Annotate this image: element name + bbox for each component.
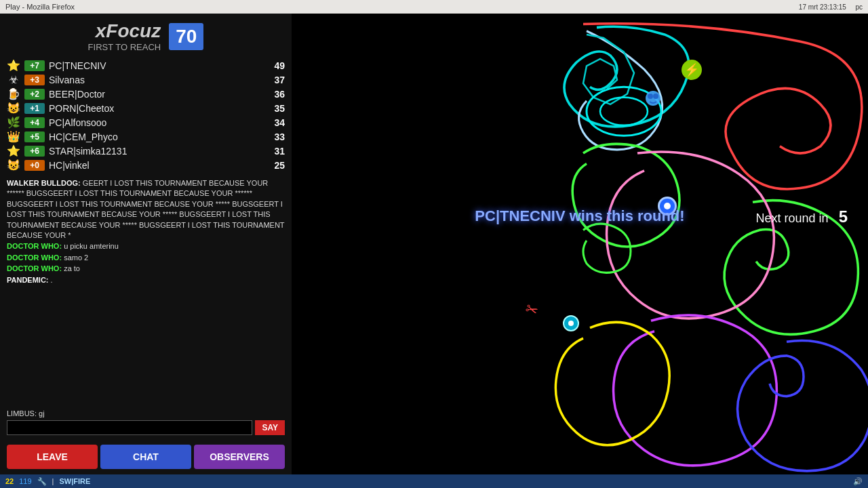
player-indicator-teal [644,89,662,107]
score-badge: +2 [24,89,45,100]
score-name: PC|Alfonsooo [49,117,262,128]
chat-author: DOCTOR WHO: [7,253,62,262]
score-points: 36 [266,89,285,100]
score-icon: 👑 [7,130,20,143]
score-name: STAR|simka12131 [49,146,262,157]
score-row: 😺 +0 HC|vinkel 25 [7,159,285,171]
score-points: 34 [266,117,285,128]
titlebar-time: 17 mrt 23:13:15 [799,3,846,11]
svg-point-3 [648,94,653,99]
score-badge: +7 [24,60,45,71]
chat-prefix: LIMBUS: gj [7,409,285,418]
chat-text: samo 2 [62,253,88,262]
first-to-reach-label: FIRST TO REACH [88,42,161,52]
score-points: 31 [266,146,285,157]
chat-area: WALKER BULLDOG: GEERT I LOST THIS TOURNA… [7,178,285,405]
chat-messages: WALKER BULLDOG: GEERT I LOST THIS TOURNA… [7,178,285,405]
titlebar-title: Play - Mozilla Firefox [5,3,75,11]
chat-button[interactable]: CHAT [100,445,191,469]
observers-button[interactable]: OBSERVERS [194,445,285,469]
chat-line: DOCTOR WHO: u picku amterinu [7,241,285,251]
game-name: xFocuz [88,20,161,42]
game-area: ⚡ ✂ PC|TNECNIV wins this round! Next rou… [292,14,868,474]
score-badge: +3 [24,75,45,85]
score-name: HC|CEM_Phyco [49,131,262,142]
score-icon: ⭐ [7,59,20,72]
score-badge: +4 [24,117,45,128]
title-bar: Play - Mozilla Firefox 17 mrt 23:13:15 p… [0,0,868,14]
status-separator: 🔧 [37,477,47,486]
powerup-lightning: ⚡ [682,60,702,80]
leave-button[interactable]: LEAVE [7,445,98,469]
score-points: 35 [266,103,285,114]
score-icon: ☣ [7,73,20,86]
chat-input-row: SAY [7,420,285,435]
chat-text: . [49,276,53,284]
chat-line: DOCTOR WHO: za to [7,264,285,274]
score-row: 🌿 +4 PC|Alfonsooo 34 [7,116,285,129]
round-winner-message: PC|TNECNIV wins this round! [475,207,684,225]
left-panel: xFocuz FIRST TO REACH 70 ⭐ +7 PC|TNECNIV… [0,14,292,474]
score-icon: 🌿 [7,116,20,129]
score-points: 25 [266,160,285,171]
score-icon: ⭐ [7,144,20,157]
titlebar-controls[interactable]: 17 mrt 23:13:15 pc [799,3,863,11]
score-badge: +6 [24,146,45,157]
titlebar-user: pc [855,3,863,11]
score-points: 49 [266,60,285,71]
score-row: ⭐ +7 PC|TNECNIV 49 [7,59,285,72]
chat-input-area: LIMBUS: gj SAY [0,405,292,439]
chat-text: GEERT I LOST THIS TOURNAMENT BECAUSE YOU… [7,179,284,239]
chat-author: PANDEMIC: [7,276,49,284]
score-icon: 😺 [7,102,20,115]
score-icon: 🍺 [7,87,20,100]
score-row: 😺 +1 PORN|Cheetox 35 [7,102,285,115]
score-name: PORN|Cheetox [49,103,262,114]
score-points: 33 [266,131,285,142]
score-row: ☣ +3 Silvanas 37 [7,73,285,86]
svg-point-1 [600,98,648,125]
chat-text: u picku amterinu [62,242,119,250]
score-name: PC|TNECNIV [49,60,262,71]
game-canvas: ⚡ ✂ PC|TNECNIV wins this round! Next rou… [292,14,868,474]
chat-line: WALKER BULLDOG: GEERT I LOST THIS TOURNA… [7,178,285,241]
score-name: BEER|Doctor [49,89,262,100]
chat-author: DOCTOR WHO: [7,264,62,272]
chat-author: WALKER BULLDOG: [7,179,81,187]
chat-author: DOCTOR WHO: [7,242,62,250]
player-indicator-cyan [563,315,579,331]
status-bar: 22 119 🔧 | SW|FIRE 🔊 [0,474,868,488]
score-name: HC|vinkel [49,160,262,171]
score-badge: +1 [24,103,45,114]
status-game-name: SW|FIRE [59,477,90,485]
status-num1: 22 [5,477,14,485]
scoreboard: ⭐ +7 PC|TNECNIV 49 ☣ +3 Silvanas 37 🍺 +2… [0,59,292,173]
score-badge: +0 [24,160,45,171]
score-target-badge: 70 [169,23,203,50]
score-row: 🍺 +2 BEER|Doctor 36 [7,87,285,100]
score-name: Silvanas [49,75,262,85]
svg-point-4 [653,94,658,99]
chat-text: za to [62,264,80,272]
bottom-buttons: LEAVE CHAT OBSERVERS [0,439,292,474]
say-button[interactable]: SAY [255,420,285,435]
chat-line: PANDEMIC: . [7,275,285,285]
score-badge: +5 [24,131,45,142]
score-row: ⭐ +6 STAR|simka12131 31 [7,144,285,157]
status-right-icons: 🔊 [853,477,863,486]
chat-line: DOCTOR WHO: samo 2 [7,253,285,263]
score-icon: 😺 [7,159,20,171]
score-points: 37 [266,75,285,85]
status-num2: 119 [19,477,31,485]
next-round-indicator: Next round in 5 [756,207,848,226]
score-row: 👑 +5 HC|CEM_Phyco 33 [7,130,285,143]
status-divider: | [52,477,54,485]
game-title-area: xFocuz FIRST TO REACH 70 [0,14,292,59]
chat-input[interactable] [7,420,252,435]
